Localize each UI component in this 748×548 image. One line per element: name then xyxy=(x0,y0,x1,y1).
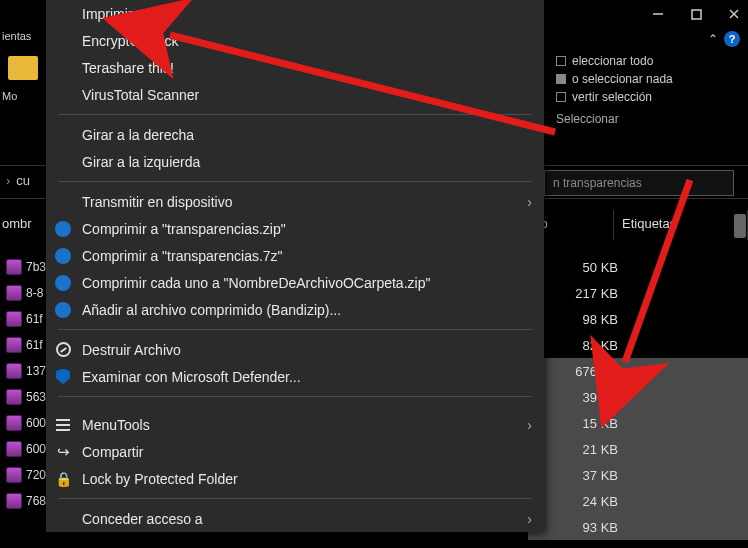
list-item[interactable]: 600 xyxy=(6,410,46,436)
cm-print[interactable]: Imprimir xyxy=(46,0,544,27)
file-name-fragment: 7b3 xyxy=(26,260,46,274)
column-header-tags[interactable]: Etiquetas xyxy=(614,210,748,240)
cm-destroy[interactable]: Destruir Archivo xyxy=(46,336,544,363)
file-name-fragment: 768 xyxy=(26,494,46,508)
chevron-right-icon: › xyxy=(527,194,532,210)
file-name-fragment: 61f xyxy=(26,338,43,352)
list-item[interactable]: 563 xyxy=(6,384,46,410)
selection-highlight xyxy=(628,488,748,514)
folder-large-icon xyxy=(8,56,38,80)
maximize-button[interactable] xyxy=(688,6,704,22)
cm-separator xyxy=(58,181,532,182)
menu-icon xyxy=(54,416,72,434)
cm-compress-zip[interactable]: Comprimir a "transparencias.zip" xyxy=(46,215,544,242)
toolbar-fragment: ientas xyxy=(2,30,31,42)
ribbon-fragment: Mo xyxy=(2,90,17,102)
archive-icon xyxy=(6,337,22,353)
list-item[interactable]: 61f xyxy=(6,332,46,358)
cm-virustotal-label: VirusTotal Scanner xyxy=(82,87,199,103)
cm-lock-label: Lock by Protected Folder xyxy=(82,471,238,487)
share-icon: ↪ xyxy=(54,443,72,461)
cm-menutools[interactable]: MenuTools› xyxy=(46,411,544,438)
archive-icon xyxy=(6,493,22,509)
select-none-label: o seleccionar nada xyxy=(572,72,673,86)
selection-highlight xyxy=(628,436,748,462)
archive-icon xyxy=(6,415,22,431)
cm-terashare[interactable]: Terashare this! xyxy=(46,54,544,81)
cm-rotate-right[interactable]: Girar a la derecha xyxy=(46,121,544,148)
context-menu: Imprimir EncryptOnClick Terashare this! … xyxy=(46,0,544,532)
cm-share[interactable]: ↪Compartir xyxy=(46,438,544,465)
select-none-button[interactable]: o seleccionar nada xyxy=(556,72,748,86)
ribbon-select-group: eleccionar todo o seleccionar nada verti… xyxy=(548,50,748,126)
list-item[interactable]: 768 xyxy=(6,488,46,514)
selection-highlight xyxy=(628,514,748,540)
list-item[interactable]: 8-8 xyxy=(6,280,46,306)
cm-menutools-label: MenuTools xyxy=(82,417,150,433)
file-list-names: 7b38-861f61f137563600600720768 xyxy=(6,254,46,514)
select-all-button[interactable]: eleccionar todo xyxy=(556,54,748,68)
cm-bandizip-label: Añadir al archivo comprimido (Bandizip).… xyxy=(82,302,341,318)
archive-icon xyxy=(6,467,22,483)
selection-highlight xyxy=(628,384,748,410)
selection-highlight xyxy=(628,462,748,488)
minimize-button[interactable] xyxy=(650,6,666,22)
help-icon[interactable]: ? xyxy=(724,31,740,47)
cm-share-label: Compartir xyxy=(82,444,143,460)
file-name-fragment: 600 xyxy=(26,416,46,430)
cm-compress-each[interactable]: Comprimir cada uno a "NombreDeArchivoOCa… xyxy=(46,269,544,296)
breadcrumb[interactable]: › cu xyxy=(6,173,30,188)
file-name-fragment: 137 xyxy=(26,364,46,378)
archive-icon xyxy=(6,389,22,405)
list-item[interactable]: 7b3 xyxy=(6,254,46,280)
cm-zip-label: Comprimir a "transparencias.zip" xyxy=(82,221,286,237)
file-name-fragment: 720 xyxy=(26,468,46,482)
cm-cast[interactable]: Transmitir en dispositivo› xyxy=(46,188,544,215)
cm-encrypt[interactable]: EncryptOnClick xyxy=(46,27,544,54)
cm-separator xyxy=(58,396,532,397)
cm-lock[interactable]: 🔒Lock by Protected Folder xyxy=(46,465,544,492)
cm-separator xyxy=(58,114,532,115)
archive-icon xyxy=(6,363,22,379)
cm-destroy-label: Destruir Archivo xyxy=(82,342,181,358)
file-name-fragment: 61f xyxy=(26,312,43,326)
breadcrumb-segment: cu xyxy=(16,173,30,188)
selection-highlight xyxy=(628,410,748,436)
chevron-right-icon: › xyxy=(527,511,532,527)
close-button[interactable] xyxy=(726,6,742,22)
svg-rect-1 xyxy=(692,10,701,19)
cm-bandizip[interactable]: Añadir al archivo comprimido (Bandizip).… xyxy=(46,296,544,323)
cm-compress-7z[interactable]: Comprimir a "transparencias.7z" xyxy=(46,242,544,269)
cm-rotate-left[interactable]: Girar a la izquierda xyxy=(46,148,544,175)
file-name-fragment: 563 xyxy=(26,390,46,404)
list-item[interactable]: 137 xyxy=(6,358,46,384)
cm-grant-access[interactable]: Conceder acceso a› xyxy=(46,505,544,532)
cm-print-label: Imprimir xyxy=(82,6,133,22)
chevron-right-icon: › xyxy=(527,417,532,433)
cm-terashare-label: Terashare this! xyxy=(82,60,174,76)
search-placeholder: n transparencias xyxy=(553,176,642,190)
destroy-icon xyxy=(54,341,72,359)
scrollbar-thumb[interactable] xyxy=(734,214,746,238)
list-item[interactable]: 720 xyxy=(6,462,46,488)
cm-rotate-right-label: Girar a la derecha xyxy=(82,127,194,143)
cm-each-label: Comprimir cada uno a "NombreDeArchivoOCa… xyxy=(82,275,430,291)
archive-icon xyxy=(6,285,22,301)
bandizip-icon xyxy=(54,247,72,265)
cm-encrypt-label: EncryptOnClick xyxy=(82,33,178,49)
list-item[interactable]: 600 xyxy=(6,436,46,462)
cm-virustotal[interactable]: VirusTotal Scanner xyxy=(46,81,544,108)
ribbon-group-label: Seleccionar xyxy=(556,112,748,126)
search-input[interactable]: n transparencias xyxy=(544,170,734,196)
cm-separator xyxy=(58,498,532,499)
bandizip-icon xyxy=(54,301,72,319)
invert-selection-button[interactable]: vertir selección xyxy=(556,90,748,104)
svg-line-5 xyxy=(625,180,690,362)
list-item[interactable]: 61f xyxy=(6,306,46,332)
column-header-name[interactable]: ombr xyxy=(0,210,34,237)
cm-grant-label: Conceder acceso a xyxy=(82,511,203,527)
selection-highlight xyxy=(628,358,748,384)
cm-defender[interactable]: Examinar con Microsoft Defender... xyxy=(46,363,544,390)
ribbon-collapse-icon[interactable]: ⌃ xyxy=(708,32,718,46)
shield-icon xyxy=(54,368,72,386)
